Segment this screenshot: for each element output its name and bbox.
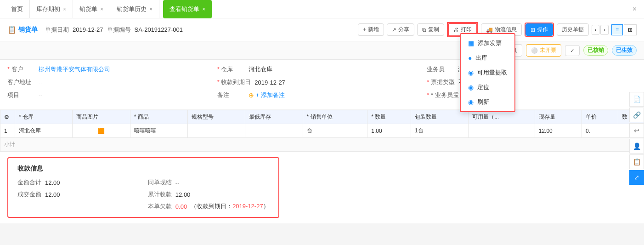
- staff2-label: * 业务员孟: [427, 91, 458, 99]
- note-field: 备注 ⊕ + 添加备注: [217, 91, 427, 99]
- tab-bar: 首页 库存期初 × 销货单 × 销货单历史 × 查看销货单 × ×: [0, 0, 644, 18]
- menu-item-outbound[interactable]: ● 出库: [461, 51, 514, 65]
- tab-close-inventory[interactable]: ×: [63, 6, 66, 12]
- settings-col-header: ⚙: [0, 110, 15, 124]
- operate-highlight-box: ⊞ 操作: [525, 23, 554, 37]
- doc-title: 📋 销货单: [7, 25, 38, 34]
- check-icon: ✓: [570, 47, 575, 54]
- share-icon: ↗: [392, 27, 396, 33]
- menu-item-available[interactable]: ◉ 可用量提取: [461, 65, 514, 80]
- customer-value[interactable]: 柳州粤港平安气体有限公司: [39, 65, 110, 74]
- invoice-icon: ⚪: [531, 47, 538, 54]
- due-date-field: 收款到期日 2019-12-27: [217, 78, 427, 86]
- window-close-button[interactable]: ×: [630, 5, 639, 13]
- cumulative-row: 累计收款 12.00: [148, 190, 269, 199]
- add-note-button[interactable]: ⊕ + 添加备注: [249, 91, 285, 99]
- tab-sales-history[interactable]: 销货单历史 ×: [110, 0, 159, 18]
- menu-item-add-invoice[interactable]: ▦ 添加发票: [461, 36, 514, 51]
- dropdown-menu: ▦ 添加发票 ● 出库 ◉ 可用量提取 ◉ 定位 ◉ 刷新: [460, 33, 515, 112]
- tab-close-view[interactable]: ×: [202, 6, 205, 12]
- doc-number: SA-20191227-001: [135, 26, 183, 33]
- new-button[interactable]: + 新增: [358, 23, 384, 36]
- list-view-button[interactable]: ≡: [611, 24, 623, 35]
- address-value: --: [39, 79, 43, 86]
- product-col-header: * 商品: [130, 110, 187, 124]
- app-container: 首页 库存期初 × 销货单 × 销货单历史 × 查看销货单 × × 📋 销货单: [0, 0, 644, 223]
- project-label: 项目: [7, 91, 35, 99]
- row-min-stock: [245, 124, 303, 138]
- effective-badge: 已生效: [612, 45, 637, 56]
- copy-button[interactable]: ⧉ 复制: [417, 23, 444, 36]
- data-table: ⚙ * 仓库 商品图片 * 商品 规格型号 最低库存 * 销售单位 * 数量 包…: [0, 110, 644, 152]
- due-date-label: 收款到期日: [217, 78, 251, 86]
- form-section: 客户 柳州粤港平安气体有限公司 仓库 河北仓库 业务员 演示账号 客户地址 --: [0, 60, 644, 110]
- form-row-3: 项目 -- 备注 ⊕ + 添加备注 * 业务员孟 --: [7, 91, 637, 99]
- price-col-header: 单价: [582, 110, 618, 124]
- invoice-type-field: 票据类型 不开票: [427, 78, 637, 86]
- doc-icon: 📋: [7, 25, 17, 34]
- add-note-icon: ⊕: [249, 91, 254, 99]
- status-row: 📱 来自手机 ⚪ 未开票 ✓ 已核销 已生效: [0, 41, 644, 60]
- due-row: 本单欠款 0.00 （收款到期日：2019-12-27）: [148, 202, 269, 211]
- due-value: 0.00: [175, 203, 187, 210]
- outbound-icon: ●: [468, 54, 472, 62]
- form-row-1: 客户 柳州粤港平安气体有限公司 仓库 河北仓库 业务员 演示账号: [7, 65, 637, 74]
- stock-col-header: 现存量: [535, 110, 582, 124]
- menu-item-refresh[interactable]: ◉ 刷新: [461, 95, 514, 109]
- total-value: 12.00: [45, 179, 60, 186]
- available-icon: ◉: [468, 69, 474, 76]
- min-stock-col-header: 最低库存: [245, 110, 303, 124]
- row-price: 0.: [582, 124, 618, 138]
- warehouse-field: 仓库 河北仓库: [217, 65, 427, 74]
- tab-inventory-init[interactable]: 库存期初 ×: [30, 0, 73, 18]
- copy-icon: ⧉: [422, 27, 426, 33]
- right-panel-link-btn[interactable]: 🔗: [629, 108, 644, 122]
- tab-sales-order[interactable]: 销货单 ×: [73, 0, 110, 18]
- right-panel-doc-btn[interactable]: 📄: [629, 92, 644, 107]
- unit-col-header: * 销售单位: [303, 110, 367, 124]
- right-panel-list-btn[interactable]: 📋: [629, 154, 644, 169]
- pack-qty-col-header: 包装数量: [411, 110, 468, 124]
- payment-info: 收款信息 金额合计 12.00 同单现结 -- 成交金额 12.00: [7, 157, 279, 218]
- warehouse-value: 河北仓库: [249, 65, 272, 74]
- tab-close-history[interactable]: ×: [149, 6, 153, 12]
- payment-title: 收款信息: [17, 165, 269, 173]
- tab-close-sales[interactable]: ×: [100, 6, 103, 12]
- verified-badge: 已核销: [583, 45, 608, 56]
- grid-view-button[interactable]: ⊞: [624, 24, 637, 35]
- row-product: 嘻嘻嘻嘻: [130, 124, 187, 138]
- right-panel-expand-btn[interactable]: ⤢: [629, 170, 644, 185]
- locate-icon: ◉: [468, 84, 474, 91]
- row-warehouse: 河北仓库: [15, 124, 73, 138]
- tab-home[interactable]: 首页: [5, 0, 30, 18]
- form-row-2: 客户地址 -- 收款到期日 2019-12-27 票据类型 不开票: [7, 78, 637, 86]
- prev-button[interactable]: ‹: [592, 25, 600, 35]
- doc-date: 2019-12-27: [73, 26, 103, 33]
- row-available: [469, 124, 535, 138]
- history-button[interactable]: 历史单据: [557, 23, 589, 36]
- row-image: 🟧: [73, 124, 130, 138]
- bottom-section: 收款信息 金额合计 12.00 同单现结 -- 成交金额 12.00: [0, 152, 644, 223]
- menu-item-locate[interactable]: ◉ 定位: [461, 80, 514, 95]
- row-num: 1: [0, 124, 15, 138]
- check-status-btn[interactable]: ✓: [565, 45, 580, 56]
- nav-arrows: ‹ ›: [592, 25, 609, 35]
- tab-view-sales[interactable]: 查看销货单 ×: [163, 0, 212, 18]
- right-panel-back-btn[interactable]: ↩: [629, 123, 644, 138]
- amount-row: 成交金额 12.00: [17, 190, 139, 199]
- operate-button[interactable]: ⊞ 操作: [525, 23, 553, 36]
- print-icon: 🖨: [453, 27, 459, 33]
- qty-col-header: * 数量: [367, 110, 411, 124]
- note-label: 备注: [217, 91, 245, 99]
- share-button[interactable]: ↗ 分享: [387, 23, 414, 36]
- doc-header: 📋 销货单 单据日期 2019-12-27 单据编号 SA-20191227-0…: [0, 18, 644, 41]
- warehouse-label: 仓库: [217, 65, 245, 74]
- next-button[interactable]: ›: [600, 25, 609, 35]
- doc-meta: 单据日期 2019-12-27 单据编号 SA-20191227-001: [45, 26, 183, 34]
- project-field: 项目 --: [7, 91, 217, 99]
- add-invoice-icon: ▦: [468, 40, 474, 47]
- row-qty: 1.00: [367, 124, 411, 138]
- right-panel-user-btn[interactable]: 👤: [629, 139, 644, 154]
- invoice-status-btn[interactable]: ⚪ 未开票: [526, 44, 561, 57]
- refresh-icon: ◉: [468, 98, 474, 106]
